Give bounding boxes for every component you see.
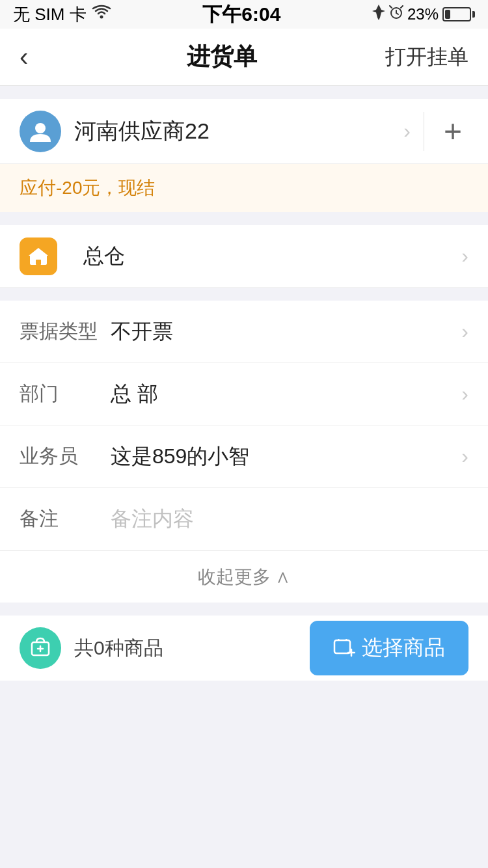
- vertical-divider: [424, 112, 424, 151]
- status-right: 23%: [372, 5, 475, 24]
- carrier-label: 无 SIM 卡: [13, 3, 87, 26]
- ticket-type-row[interactable]: 票据类型 不开票 ›: [0, 301, 488, 363]
- select-goods-label: 选择商品: [362, 634, 445, 662]
- department-label: 部门: [20, 381, 98, 407]
- svg-line-3: [396, 13, 398, 14]
- warehouse-icon-bg: [20, 237, 57, 275]
- goods-count-label: 共0种商品: [74, 635, 310, 662]
- remark-row[interactable]: 备注 备注内容: [0, 488, 488, 550]
- select-goods-button[interactable]: 选择商品: [310, 621, 468, 675]
- svg-rect-7: [36, 260, 41, 265]
- nav-bar: ‹ 进货单 打开挂单: [0, 29, 488, 86]
- back-button[interactable]: ‹: [20, 42, 59, 72]
- add-supplier-button[interactable]: +: [437, 113, 468, 149]
- location-icon: [372, 5, 385, 24]
- form-section: 票据类型 不开票 › 部门 总 部 › 业务员 这是859的小智 › 备注 备注…: [0, 301, 488, 603]
- svg-point-4: [35, 123, 46, 133]
- ticket-type-label: 票据类型: [20, 318, 98, 345]
- battery-percentage: 23%: [407, 5, 439, 23]
- salesperson-chevron-icon: ›: [461, 444, 468, 468]
- bottom-goods-bar: 共0种商品 选择商品: [0, 616, 488, 681]
- collapse-label: 收起更多 ∧: [198, 565, 291, 590]
- warehouse-chevron-icon: ›: [461, 244, 468, 268]
- section-divider-1: [0, 86, 488, 99]
- alarm-icon: [389, 5, 403, 23]
- ticket-type-chevron-icon: ›: [461, 319, 468, 344]
- section-divider-4: [0, 603, 488, 616]
- department-chevron-icon: ›: [461, 382, 468, 406]
- page-background: [0, 681, 488, 868]
- warehouse-row[interactable]: 总仓 ›: [0, 225, 488, 288]
- svg-point-0: [100, 15, 103, 18]
- wifi-icon: [92, 5, 111, 25]
- battery-icon: [442, 7, 475, 21]
- supplier-row[interactable]: 河南供应商22 › +: [0, 99, 488, 164]
- supplier-chevron-icon: ›: [403, 119, 411, 143]
- ticket-type-value: 不开票: [111, 318, 455, 346]
- notice-row: 应付-20元，现结: [0, 164, 488, 212]
- section-divider-3: [0, 288, 488, 301]
- supplier-name: 河南供应商22: [74, 116, 397, 146]
- salesperson-row[interactable]: 业务员 这是859的小智 ›: [0, 426, 488, 488]
- section-divider-2: [0, 212, 488, 225]
- remark-label: 备注: [20, 506, 98, 532]
- svg-rect-11: [334, 640, 350, 653]
- supplier-avatar: [20, 111, 61, 152]
- collapse-button[interactable]: 收起更多 ∧: [0, 550, 488, 603]
- remark-placeholder[interactable]: 备注内容: [111, 505, 468, 534]
- department-row[interactable]: 部门 总 部 ›: [0, 363, 488, 426]
- status-left: 无 SIM 卡: [13, 3, 111, 26]
- notice-text: 应付-20元，现结: [20, 178, 155, 198]
- goods-icon-wrap: [20, 627, 61, 669]
- warehouse-name: 总仓: [83, 242, 455, 271]
- warehouse-section: 总仓 ›: [0, 225, 488, 288]
- department-value: 总 部: [111, 380, 455, 409]
- salesperson-label: 业务员: [20, 443, 98, 470]
- supplier-section: 河南供应商22 › + 应付-20元，现结: [0, 99, 488, 212]
- salesperson-value: 这是859的小智: [111, 442, 455, 471]
- page-title: 进货单: [187, 41, 257, 73]
- status-time: 下午6:04: [202, 1, 280, 28]
- status-bar: 无 SIM 卡 下午6:04 23%: [0, 0, 488, 29]
- open-pending-button[interactable]: 打开挂单: [385, 43, 468, 72]
- svg-marker-6: [29, 248, 48, 256]
